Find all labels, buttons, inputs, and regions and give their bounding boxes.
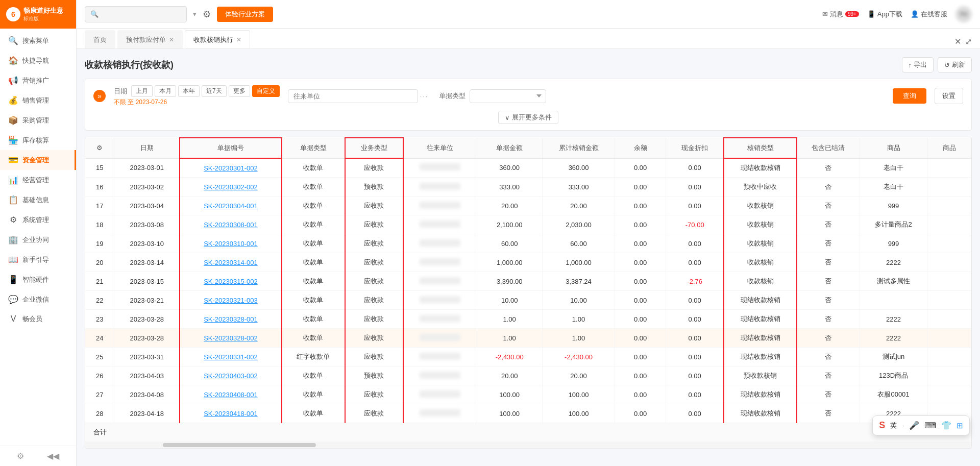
page-actions: ↑ 导出 ↺ 刷新	[902, 57, 972, 72]
code-link[interactable]: SK-20230328-001	[204, 315, 258, 323]
code-link[interactable]: SK-20230301-002	[204, 164, 258, 172]
sidebar-item-shortcut[interactable]: 🏠快捷导航	[0, 51, 76, 70]
code-link[interactable]: SK-20230315-002	[204, 278, 258, 285]
sidebar-item-basic[interactable]: 📋基础信息	[0, 190, 76, 210]
sidebar-item-corp[interactable]: 🏢企业协同	[0, 230, 76, 250]
sidebar-item-marketing[interactable]: 📢营销推广	[0, 70, 76, 90]
tabs-close-all-icon[interactable]: ✕	[954, 37, 961, 46]
ime-shirt-icon[interactable]: 👕	[941, 421, 951, 430]
filter-settings-button[interactable]: 设置	[935, 88, 963, 104]
unit-filter-input[interactable]	[288, 89, 418, 103]
code-link[interactable]: SK-20230328-002	[204, 334, 258, 342]
export-button[interactable]: ↑ 导出	[902, 57, 934, 72]
cell-num: 20	[85, 253, 114, 272]
date-last-month[interactable]: 上月	[131, 85, 153, 97]
tab-home[interactable]: 首页	[85, 30, 115, 48]
cell-goods1: 123D商品	[860, 366, 927, 385]
topbar-gear-icon[interactable]: ⚙	[203, 9, 211, 20]
sidebar-item-hardware[interactable]: 📱智能硬件	[0, 269, 76, 289]
code-link[interactable]: SK-20230403-002	[204, 372, 258, 380]
code-link[interactable]: SK-20230408-001	[204, 391, 258, 399]
expand-more-button[interactable]: ∨ 展开更多条件	[498, 111, 558, 124]
tab-collection[interactable]: 收款核销执行 ✕	[185, 30, 250, 48]
tab-collection-close[interactable]: ✕	[236, 36, 241, 43]
topbar-online-service[interactable]: 👤 在线客服	[911, 10, 947, 19]
basic-icon: 📋	[8, 195, 18, 205]
date-last-7days[interactable]: 近7天	[202, 85, 227, 97]
refresh-button[interactable]: ↺ 刷新	[938, 57, 972, 72]
topbar: 🔍 ▾ ⚙ 体验行业方案 ✉ 消息 99+ 📱 App下载 👤 在线客服 Rit	[77, 0, 980, 29]
ime-kbd-icon[interactable]: ⌨	[924, 421, 936, 430]
table-scrollbar[interactable]	[85, 442, 971, 448]
sidebar-item-ops[interactable]: 📊经营管理	[0, 170, 76, 190]
th-date: 日期	[114, 138, 180, 158]
cell-cum: 333.00	[542, 178, 615, 197]
date-this-year[interactable]: 本年	[178, 85, 200, 97]
ime-mic-icon[interactable]: 🎤	[909, 421, 919, 430]
code-link[interactable]: SK-20230304-001	[204, 202, 258, 210]
table-row: 18 2023-03-08 SK-20230308-001 收款单 应收款 2,…	[85, 215, 971, 234]
date-buttons: 上月 本月 本年 近7天 更多 自定义	[131, 85, 280, 97]
cell-date: 2023-04-03	[114, 366, 180, 385]
tab-prepayment[interactable]: 预付款应付单 ✕	[117, 30, 183, 48]
table-scroll[interactable]: ⚙ 日期 单据编号 单据类型 业务类型 往来单位 单据金额 累计核销金额 余额 …	[85, 137, 971, 442]
data-table: ⚙ 日期 单据编号 单据类型 业务类型 往来单位 单据金额 累计核销金额 余额 …	[85, 137, 971, 442]
sidebar-item-wechat[interactable]: 💬企业微信	[0, 289, 76, 309]
code-link[interactable]: SK-20230314-001	[204, 259, 258, 266]
th-gear[interactable]: ⚙	[85, 138, 114, 158]
filter-expand-button[interactable]: »	[93, 90, 106, 102]
settings-bottom-icon[interactable]: ⚙	[17, 451, 24, 461]
sidebar-item-guide[interactable]: 📖新手引导	[0, 250, 76, 269]
cell-code: SK-20230328-002	[180, 329, 281, 348]
cell-goods1: 测试多属性	[860, 272, 927, 291]
cell-biz: 应收款	[345, 348, 403, 366]
code-link[interactable]: SK-20230321-003	[204, 297, 258, 304]
cell-type: 红字收款单	[282, 348, 345, 366]
cell-incl: 否	[797, 272, 860, 291]
cell-type: 收款单	[282, 234, 345, 253]
sidebar-item-purchase[interactable]: 📦采购管理	[0, 110, 76, 130]
sidebar-item-vip[interactable]: V畅会员	[0, 309, 76, 329]
code-link[interactable]: SK-20230302-002	[204, 183, 258, 191]
tab-collection-label: 收款核销执行	[193, 35, 233, 44]
date-custom[interactable]: 自定义	[252, 85, 280, 97]
query-button[interactable]: 查询	[893, 88, 926, 104]
cell-cancel: 现结收款核销	[724, 310, 796, 329]
topbar-message-item[interactable]: ✉ 消息 99+	[822, 10, 859, 19]
cell-goods2	[927, 178, 971, 197]
code-link[interactable]: SK-20230331-002	[204, 353, 258, 361]
cell-goods1: 衣服00001	[860, 385, 927, 404]
sidebar-item-finance[interactable]: 💳资金管理	[0, 150, 76, 170]
ime-grid-icon[interactable]: ⊞	[957, 421, 963, 430]
sidebar-item-search[interactable]: 🔍搜索菜单	[0, 31, 76, 51]
cell-goods1: 多计量商品2	[860, 215, 927, 234]
code-link[interactable]: SK-20230308-001	[204, 221, 258, 229]
cell-unit	[403, 366, 477, 385]
tab-prepayment-close[interactable]: ✕	[169, 36, 174, 43]
tabs-expand-icon[interactable]: ⤢	[965, 37, 972, 46]
date-more[interactable]: 更多	[229, 85, 250, 97]
cell-goods2	[927, 234, 971, 253]
sidebar-item-system[interactable]: ⚙系统管理	[0, 210, 76, 230]
code-link[interactable]: SK-20230310-001	[204, 240, 258, 248]
code-link[interactable]: SK-20230418-001	[204, 410, 258, 418]
cell-num: 19	[85, 234, 114, 253]
sidebar-item-sales[interactable]: 💰销售管理	[0, 90, 76, 110]
topbar-chevron-icon[interactable]: ▾	[193, 10, 197, 18]
topbar-search-input[interactable]	[102, 10, 181, 18]
topbar-avatar[interactable]: Rit	[955, 6, 972, 22]
topbar-app-download[interactable]: 📱 App下载	[867, 10, 902, 19]
cell-type: 收款单	[282, 215, 345, 234]
receipt-type-select[interactable]	[470, 89, 546, 103]
cell-num: 26	[85, 366, 114, 385]
cell-bal: 0.00	[615, 329, 666, 348]
date-label: 日期	[114, 87, 127, 96]
collapse-sidebar-icon[interactable]: ◀◀	[47, 451, 59, 461]
unit-filter-dots[interactable]: ···	[420, 92, 429, 100]
topbar-search-box[interactable]: 🔍	[85, 6, 187, 22]
date-this-month[interactable]: 本月	[155, 85, 176, 97]
cell-unit	[403, 329, 477, 348]
topbar-solution-button[interactable]: 体验行业方案	[217, 7, 273, 22]
sidebar-item-inventory[interactable]: 🏪库存核算	[0, 130, 76, 150]
cell-goods1	[860, 291, 927, 310]
